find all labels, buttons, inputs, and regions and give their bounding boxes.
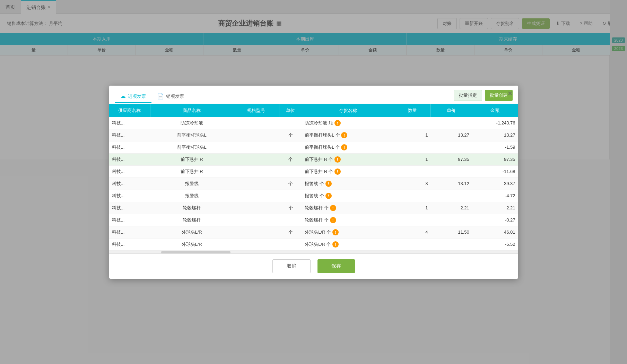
col-header-supplier: 供应商名称: [109, 104, 150, 117]
cell-product: 外球头L/R: [150, 238, 233, 250]
cell-unit: [279, 190, 302, 202]
cell-unit: 个: [279, 129, 302, 141]
cell-unit: [279, 214, 302, 226]
table-body: 科技... 防冻冷却液 防冻冷却液 瓶 ! -1,243.76 科技... 前平…: [109, 117, 518, 251]
tab-purchase-invoice[interactable]: ☁ 进项发票: [115, 90, 151, 103]
table-header: 供应商名称 商品名称 规格型号 单位 存货名称 数量 单价 金额: [109, 104, 518, 117]
table-row[interactable]: 科技... 轮毂螺杆 轮毂螺杆 个 ! -0.27: [109, 214, 518, 226]
cell-supplier: 科技...: [109, 190, 150, 202]
col-header-amount: 金额: [472, 104, 518, 117]
cell-spec: [233, 202, 279, 214]
modal-table-wrapper[interactable]: 供应商名称 商品名称 规格型号 单位 存货名称 数量 单价 金额 科技... 防…: [109, 104, 518, 251]
cell-inventory: 报警线 个 !: [302, 177, 394, 190]
cell-inventory: 前平衡杆球头L 个 !: [302, 129, 394, 141]
table-row[interactable]: 科技... 前下悬挂 R 前下悬挂 R 个 ! -11.68: [109, 165, 518, 177]
cell-supplier: 科技...: [109, 226, 150, 238]
cell-price: 97.35: [431, 153, 472, 165]
cell-spec: [233, 153, 279, 165]
table-row[interactable]: 科技... 外球头L/R 个 外球头L/R 个 ! 4 11.50 46.01: [109, 226, 518, 238]
cell-inventory: 防冻冷却液 瓶 !: [302, 117, 394, 129]
cell-amount: -1.59: [472, 141, 518, 153]
cell-qty: [394, 190, 430, 202]
cell-price: [431, 238, 472, 250]
cell-product: 报警线: [150, 190, 233, 202]
cell-inventory: 报警线 个 !: [302, 190, 394, 202]
cell-spec: [233, 190, 279, 202]
tab-sales-invoice[interactable]: 📄 销项发票: [151, 90, 190, 103]
cell-qty: [394, 141, 430, 153]
cell-supplier: 科技...: [109, 177, 150, 190]
cell-price: 13.12: [431, 177, 472, 190]
cell-qty: 3: [394, 177, 430, 190]
modal-close-button[interactable]: ✕: [507, 90, 513, 97]
cell-amount: 2.21: [472, 202, 518, 214]
cell-price: [431, 117, 472, 129]
cell-product: 轮毂螺杆: [150, 214, 233, 226]
alert-icon: !: [330, 217, 336, 223]
col-header-price: 单价: [431, 104, 472, 117]
cell-supplier: 科技...: [109, 117, 150, 129]
cell-inventory: 外球头L/R 个 !: [302, 226, 394, 238]
table-row[interactable]: 科技... 报警线 报警线 个 ! -4.72: [109, 190, 518, 202]
cell-price: [431, 214, 472, 226]
cell-unit: 个: [279, 177, 302, 190]
modal-header: ☁ 进项发票 📄 销项发票 批量指定 批量创建 ✕: [109, 86, 518, 104]
alert-icon: !: [341, 144, 347, 150]
cell-price: [431, 165, 472, 177]
cell-supplier: 科技...: [109, 214, 150, 226]
cell-qty: 1: [394, 129, 430, 141]
cell-qty: [394, 117, 430, 129]
table-row[interactable]: 科技... 防冻冷却液 防冻冷却液 瓶 ! -1,243.76: [109, 117, 518, 129]
cell-price: 2.21: [431, 202, 472, 214]
alert-icon: !: [325, 181, 332, 187]
cell-product: 轮毂螺杆: [150, 202, 233, 214]
cell-unit: 个: [279, 153, 302, 165]
cell-spec: [233, 226, 279, 238]
cancel-button[interactable]: 取消: [272, 259, 311, 273]
table-row[interactable]: 科技... 前下悬挂 R 个 前下悬挂 R 个 ! 1 97.35 97.35: [109, 153, 518, 165]
cell-unit: [279, 238, 302, 250]
cell-spec: [233, 238, 279, 250]
alert-icon: !: [341, 132, 347, 138]
alert-icon: !: [334, 120, 341, 126]
sales-icon: 📄: [157, 93, 164, 99]
col-header-qty: 数量: [394, 104, 430, 117]
cell-spec: [233, 214, 279, 226]
cell-unit: [279, 141, 302, 153]
table-row[interactable]: 科技... 报警线 个 报警线 个 ! 3 13.12 39.37: [109, 177, 518, 190]
horizontal-scrollbar[interactable]: [109, 251, 518, 253]
cell-price: [431, 141, 472, 153]
table-row[interactable]: 科技... 外球头L/R 外球头L/R 个 ! -5.52: [109, 238, 518, 250]
cell-price: [431, 190, 472, 202]
cell-product: 防冻冷却液: [150, 117, 233, 129]
cell-product: 前平衡杆球头L: [150, 129, 233, 141]
cell-product: 报警线: [150, 177, 233, 190]
table-row[interactable]: 科技... 轮毂螺杆 个 轮毂螺杆 个 ! 1 2.21 2.21: [109, 202, 518, 214]
cell-supplier: 科技...: [109, 129, 150, 141]
alert-icon: !: [332, 229, 339, 235]
cell-qty: [394, 165, 430, 177]
cell-spec: [233, 141, 279, 153]
cell-product: 前下悬挂 R: [150, 153, 233, 165]
table-row[interactable]: 科技... 前平衡杆球头L 前平衡杆球头L 个 ! -1.59: [109, 141, 518, 153]
cell-supplier: 科技...: [109, 153, 150, 165]
invoice-table: 供应商名称 商品名称 规格型号 单位 存货名称 数量 单价 金额 科技... 防…: [109, 104, 518, 251]
cell-amount: -4.72: [472, 190, 518, 202]
cell-qty: 1: [394, 153, 430, 165]
cell-qty: 1: [394, 202, 430, 214]
cell-spec: [233, 165, 279, 177]
cell-supplier: 科技...: [109, 202, 150, 214]
cell-product: 前平衡杆球头L: [150, 141, 233, 153]
alert-icon: !: [330, 205, 336, 211]
alert-icon: !: [325, 193, 332, 199]
cell-amount: 97.35: [472, 153, 518, 165]
col-header-inventory: 存货名称: [302, 104, 394, 117]
cell-inventory: 前平衡杆球头L 个 !: [302, 141, 394, 153]
cell-amount: -5.52: [472, 238, 518, 250]
save-button[interactable]: 保存: [317, 259, 355, 273]
cell-product: 外球头L/R: [150, 226, 233, 238]
cell-amount: 46.01: [472, 226, 518, 238]
cell-supplier: 科技...: [109, 141, 150, 153]
table-row[interactable]: 科技... 前平衡杆球头L 个 前平衡杆球头L 个 ! 1 13.27 13.2…: [109, 129, 518, 141]
batch-assign-button[interactable]: 批量指定: [454, 90, 482, 101]
